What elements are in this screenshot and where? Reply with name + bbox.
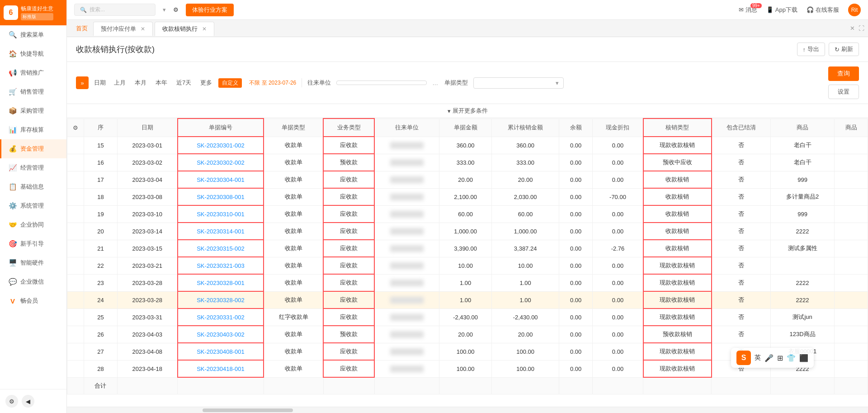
- partner-input[interactable]: [336, 81, 427, 85]
- table-cell: 60.00: [492, 205, 559, 223]
- table-footer-row: 合计: [67, 377, 868, 394]
- refresh-button[interactable]: ↻ 刷新: [829, 43, 859, 56]
- sidebar-item-system[interactable]: ⚙️ 系统管理: [0, 196, 66, 215]
- doc-no-link[interactable]: SK-20230331-002: [197, 314, 245, 321]
- doc-no-link[interactable]: SK-20230408-001: [197, 348, 245, 355]
- table-cell: 收款单: [264, 205, 323, 223]
- filter-last-month[interactable]: 上月: [111, 78, 128, 88]
- sidebar-item-purchase[interactable]: 📦 采购管理: [0, 101, 66, 120]
- doc-no-link[interactable]: SK-20230314-001: [197, 228, 245, 235]
- doc-no-link[interactable]: SK-20230301-002: [197, 142, 245, 149]
- table-cell: 应收款: [323, 137, 374, 154]
- sidebar-item-label: 经营管理: [20, 164, 44, 172]
- table-cell[interactable]: SK-20230331-002: [178, 309, 264, 326]
- table-cell[interactable]: SK-20230301-002: [178, 137, 264, 154]
- table-cell: 3,390.00: [439, 240, 492, 257]
- expand-button[interactable]: ▾ 展开更多条件: [448, 107, 488, 115]
- table-cell[interactable]: SK-20230315-002: [178, 240, 264, 257]
- top-search-box[interactable]: 🔍 搜索...: [74, 4, 156, 16]
- query-button[interactable]: 查询: [828, 66, 859, 81]
- table-cell[interactable]: SK-20230403-002: [178, 326, 264, 343]
- sidebar-item-search[interactable]: 🔍 搜索菜单: [0, 25, 66, 44]
- sidebar-item-inventory[interactable]: 📊 库存核算: [0, 120, 66, 139]
- export-button[interactable]: ↑ 导出: [797, 43, 826, 56]
- table-row: 212023-03-15SK-20230315-002收款单应收款███████…: [67, 240, 868, 257]
- table-cell[interactable]: SK-20230418-001: [178, 360, 264, 377]
- horizontal-scrollbar[interactable]: [67, 407, 868, 413]
- tab-receivable[interactable]: 收款核销执行 ✕: [155, 22, 214, 36]
- gear-button[interactable]: ⚙: [173, 6, 179, 13]
- filter-toggle-button[interactable]: »: [76, 76, 89, 89]
- filter-this-month[interactable]: 本月: [132, 78, 149, 88]
- table-cell: [67, 274, 84, 291]
- tab-payable[interactable]: 预付冲应付单 ✕: [93, 22, 153, 36]
- table-cell: 否: [712, 137, 771, 154]
- table-row: 262023-04-03SK-20230403-002收款单预收款███████…: [67, 326, 868, 343]
- operation-icon: 📈: [9, 164, 17, 172]
- table-cell[interactable]: SK-20230310-001: [178, 205, 264, 223]
- sidebar-item-sales[interactable]: 🛒 销售管理: [0, 82, 66, 101]
- table-cell[interactable]: SK-20230302-002: [178, 154, 264, 171]
- sidebar-item-hardware[interactable]: 🖥️ 智能硬件: [0, 253, 66, 272]
- message-button[interactable]: ✉ 消息 99+: [739, 6, 757, 14]
- doc-no-link[interactable]: SK-20230315-002: [197, 245, 245, 252]
- doc-no-link[interactable]: SK-20230321-003: [197, 262, 245, 269]
- doc-no-link[interactable]: SK-20230328-002: [197, 297, 245, 304]
- filter-this-year[interactable]: 本年: [153, 78, 170, 88]
- tab-receivable-close[interactable]: ✕: [202, 26, 207, 32]
- table-cell[interactable]: SK-20230408-001: [178, 343, 264, 360]
- sidebar-item-finance[interactable]: 💰 资金管理: [0, 139, 66, 158]
- table-cell: [835, 223, 868, 240]
- sidebar-item-wechat[interactable]: 💬 企业微信: [0, 272, 66, 291]
- doc-type-select[interactable]: ▾: [473, 77, 564, 89]
- tab-payable-close[interactable]: ✕: [141, 26, 145, 32]
- table-cell: 收款单: [264, 154, 323, 171]
- table-cell: 2023-03-28: [117, 274, 177, 291]
- doc-no-link[interactable]: SK-20230328-001: [197, 280, 245, 286]
- table-cell: 18: [84, 188, 118, 205]
- table-cell: 2,030.00: [492, 188, 559, 205]
- settings-button[interactable]: ⚙: [5, 395, 18, 408]
- table-cell[interactable]: SK-20230328-001: [178, 274, 264, 291]
- tab-home[interactable]: 首页: [71, 22, 93, 35]
- table-cell: 100.00: [492, 343, 559, 360]
- industry-solution-button[interactable]: 体验行业方案: [186, 4, 234, 16]
- table-cell: ████████: [374, 171, 439, 188]
- support-button[interactable]: 🎧 在线客服: [807, 6, 839, 14]
- sidebar-item-newbie[interactable]: 🎯 新手引导: [0, 234, 66, 253]
- sidebar-item-marketing[interactable]: 📢 营销推广: [0, 63, 66, 82]
- app-download-button[interactable]: 📱 App下载: [766, 6, 797, 14]
- table-cell: 0.00: [593, 137, 643, 154]
- doc-no-link[interactable]: SK-20230310-001: [197, 211, 245, 218]
- filter-7days[interactable]: 近7天: [174, 78, 194, 88]
- doc-no-link[interactable]: SK-20230403-002: [197, 331, 245, 338]
- col-header-gear[interactable]: ⚙: [67, 119, 84, 137]
- setting-button[interactable]: 设置: [828, 85, 859, 99]
- sidebar-item-member[interactable]: V 畅会员: [0, 291, 66, 310]
- footer-cell: [593, 377, 643, 394]
- table-cell[interactable]: SK-20230304-001: [178, 171, 264, 188]
- close-window-icon[interactable]: ✕: [850, 25, 855, 32]
- user-avatar[interactable]: Rit: [848, 4, 861, 16]
- filter-more[interactable]: 更多: [198, 78, 215, 88]
- collapse-button[interactable]: ◀: [22, 395, 34, 408]
- sidebar-item-basic[interactable]: 📋 基础信息: [0, 177, 66, 196]
- table-cell[interactable]: SK-20230308-001: [178, 188, 264, 205]
- sidebar-item-operation[interactable]: 📈 经营管理: [0, 158, 66, 177]
- col-header-partner: 往来单位: [374, 119, 439, 137]
- table-cell[interactable]: SK-20230328-002: [178, 291, 264, 309]
- doc-no-link[interactable]: SK-20230418-001: [197, 366, 245, 372]
- doc-no-link[interactable]: SK-20230304-001: [197, 176, 245, 183]
- doc-no-link[interactable]: SK-20230308-001: [197, 194, 245, 200]
- table-cell: 1,000.00: [439, 223, 492, 240]
- table-cell[interactable]: SK-20230314-001: [178, 223, 264, 240]
- col-header-amount: 单据金额: [439, 119, 492, 137]
- scroll-thumb[interactable]: [203, 408, 293, 412]
- sidebar-item-enterprise[interactable]: 🤝 企业协同: [0, 215, 66, 234]
- table-cell[interactable]: SK-20230321-003: [178, 257, 264, 274]
- filter-dots[interactable]: …: [432, 80, 439, 86]
- fullscreen-icon[interactable]: ⛶: [859, 25, 864, 32]
- doc-no-link[interactable]: SK-20230302-002: [197, 159, 245, 166]
- sidebar-item-shortcut[interactable]: 🏠 快捷导航: [0, 44, 66, 63]
- filter-custom-btn[interactable]: 自定义: [218, 78, 242, 88]
